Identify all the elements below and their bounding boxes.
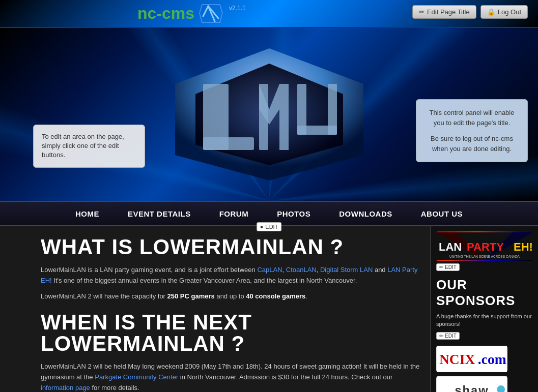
lmu-logo	[129, 43, 409, 186]
shaw-logo-svg: shaw	[437, 376, 507, 392]
navigation: Home Event Details Forum Photos Download…	[0, 201, 538, 226]
section2-heading: WHEN IS THE NEXT LOWERMAINLAN ?	[41, 312, 420, 354]
ctoanlan-link[interactable]: CtoanLAN	[286, 266, 317, 274]
nav-item-home[interactable]: Home	[61, 202, 114, 225]
svg-rect-4	[203, 137, 254, 150]
header-buttons: ✏ Edit Page Title 🔒 Log Out	[412, 5, 528, 19]
svg-rect-9	[297, 126, 337, 135]
sponsor-shaw-logo: shaw	[436, 376, 507, 392]
lanpartyeh-logo-svg: LAN PARTY EH! UNITING THE LAN SCENE ACRO…	[436, 232, 533, 260]
main-layout: WHAT IS LOWERMAINLAN ? LowerMainLAN is a…	[0, 226, 538, 392]
nav-edit-pencil-icon: ●	[260, 224, 264, 230]
edit-page-title-button[interactable]: ✏ Edit Page Title	[412, 5, 476, 19]
svg-text:PARTY: PARTY	[467, 240, 504, 253]
lock-icon: 🔒	[487, 8, 495, 16]
information-page-link[interactable]: information page	[41, 384, 90, 391]
svg-text:LAN: LAN	[439, 240, 462, 253]
sponsors-edit-pencil-icon: ✏	[439, 333, 443, 339]
svg-text:shaw: shaw	[455, 384, 489, 392]
section1-paragraph2: LowerMainLAN 2 will have the capacity fo…	[41, 291, 420, 302]
header: nc-cms v2.1.1 ✏ Edit Page Title 🔒 Log Ou…	[0, 0, 538, 28]
edit-icon: ✏	[419, 8, 424, 16]
ncix-logo-svg: NCIX .com	[437, 346, 507, 372]
log-out-button[interactable]: 🔒 Log Out	[480, 5, 528, 19]
nav-edit-button[interactable]: ● EDIT	[257, 222, 282, 231]
logo-icon	[197, 2, 225, 25]
nav-item-forum[interactable]: Forum	[205, 202, 263, 225]
tooltip-right: This control panel will enable you to ed…	[416, 99, 528, 162]
digitalstormlan-link[interactable]: Digital Storm LAN	[320, 266, 373, 274]
tooltip-left: To edit an area on the page, simply clic…	[33, 125, 145, 168]
svg-text:UNITING THE LAN SCENE ACROSS C: UNITING THE LAN SCENE ACROSS CANADA	[449, 255, 520, 258]
pc-gamers-count: 250 PC gamers	[167, 292, 215, 300]
sidebar: LAN PARTY EH! UNITING THE LAN SCENE ACRO…	[431, 226, 538, 392]
sidebar-banner-edit-pencil-icon: ✏	[439, 264, 443, 270]
svg-text:.com: .com	[478, 351, 506, 367]
nav-item-event-details[interactable]: Event Details	[114, 202, 205, 225]
sponsors-edit-button[interactable]: ✏ EDIT	[436, 332, 460, 340]
section2-paragraph1: LowerMainLAN 2 will be held May long wee…	[41, 361, 420, 392]
console-gamers-count: 40 console gamers	[246, 292, 305, 300]
sponsors-text: A huge thanks for the support from our s…	[436, 313, 533, 328]
content-area: WHAT IS LOWERMAINLAN ? LowerMainLAN is a…	[0, 226, 431, 392]
version-text: v2.1.1	[229, 2, 246, 12]
svg-text:NCIX: NCIX	[439, 351, 475, 367]
nav-item-downloads[interactable]: Downloads	[325, 202, 407, 225]
capplan-link[interactable]: CapLAN	[257, 266, 282, 274]
section1-heading: WHAT IS LOWERMAINLAN ?	[41, 236, 420, 258]
sponsor-ncix-logo: NCIX .com	[436, 346, 507, 372]
sidebar-banner-edit-button[interactable]: ✏ EDIT	[436, 263, 460, 271]
svg-text:EH!: EH!	[514, 240, 533, 253]
banner: To edit an area on the page, simply clic…	[0, 28, 538, 201]
nav-item-about-us[interactable]: About Us	[407, 202, 477, 225]
sidebar-lanpartyeh-banner: LAN PARTY EH! UNITING THE LAN SCENE ACRO…	[436, 231, 533, 261]
logo-text: nc-cms	[137, 4, 194, 23]
sponsors-heading: Our Sponsors	[436, 277, 533, 309]
parkgate-link[interactable]: Parkgate Community Center	[95, 373, 178, 381]
section1-paragraph1: LowerMainLAN is a LAN party gaming event…	[41, 265, 420, 286]
header-logo: nc-cms v2.1.1	[0, 2, 246, 25]
